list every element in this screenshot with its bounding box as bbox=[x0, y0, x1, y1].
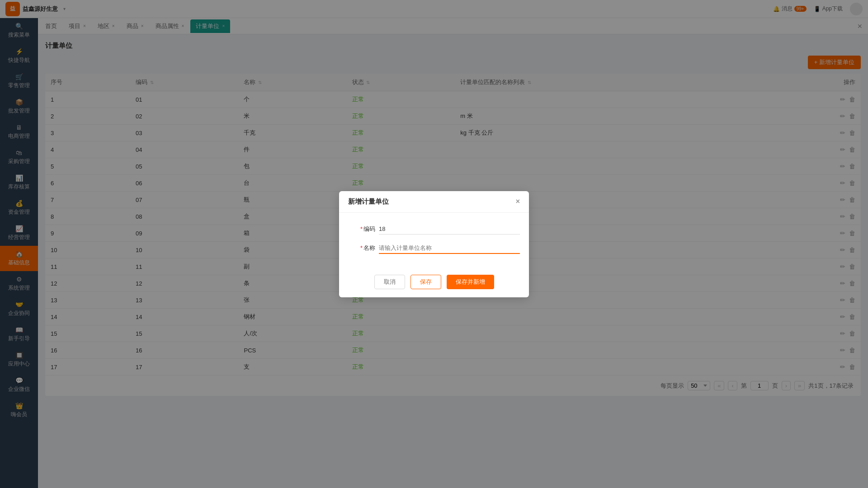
modal-close-button[interactable]: × bbox=[516, 197, 520, 206]
modal-overlay[interactable]: 新增计量单位 × *编码 *名称 取消 保存 保存并新增 bbox=[0, 0, 868, 488]
modal-footer: 取消 保存 保存并新增 bbox=[339, 269, 529, 297]
name-input[interactable] bbox=[379, 243, 520, 254]
modal-header: 新增计量单位 × bbox=[339, 191, 529, 213]
required-star-name: * bbox=[360, 244, 363, 251]
cancel-button[interactable]: 取消 bbox=[374, 275, 405, 289]
name-form-row: *名称 bbox=[348, 243, 520, 254]
required-star: * bbox=[360, 225, 363, 232]
save-button[interactable]: 保存 bbox=[410, 275, 441, 289]
add-unit-modal: 新增计量单位 × *编码 *名称 取消 保存 保存并新增 bbox=[339, 191, 529, 297]
code-label: *编码 bbox=[348, 225, 375, 233]
code-form-row: *编码 bbox=[348, 224, 520, 235]
modal-title: 新增计量单位 bbox=[348, 197, 389, 206]
modal-body: *编码 *名称 bbox=[339, 213, 529, 269]
code-input[interactable] bbox=[379, 224, 520, 235]
save-and-new-button[interactable]: 保存并新增 bbox=[447, 275, 494, 289]
name-label: *名称 bbox=[348, 244, 375, 252]
